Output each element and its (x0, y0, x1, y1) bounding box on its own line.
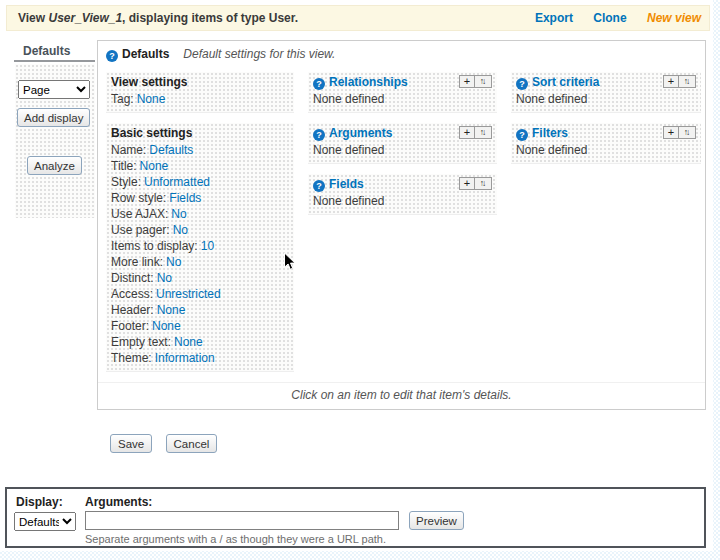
analyze-button[interactable]: Analyze (27, 156, 82, 175)
empty-text: None defined (313, 142, 492, 158)
message-suffix: , displaying items of type User. (122, 11, 298, 25)
view-settings-title: View settings (111, 75, 187, 89)
message-prefix: View (18, 11, 48, 25)
setting-label: Tag: (111, 92, 134, 106)
setting-label: Use pager: (111, 223, 170, 237)
rearrange-icon-button[interactable]: ↑↓ (679, 75, 696, 88)
relationships-box: ?Relationships + ↑↓ None defined (308, 72, 497, 113)
box-title-row: ?Filters + ↑↓ (516, 126, 696, 142)
setting-label: Footer: (111, 319, 149, 333)
view-name: User_View_1 (48, 11, 122, 25)
setting-label: Title: (111, 159, 137, 173)
add-icon-button[interactable]: + (459, 126, 475, 139)
display-label: Display: (16, 495, 63, 509)
setting-value-link[interactable]: None (174, 335, 203, 349)
display-edit-panel: ?DefaultsDefault settings for this view.… (97, 40, 706, 410)
empty-text: None defined (516, 142, 696, 158)
add-display-button[interactable]: Add display (17, 108, 90, 127)
help-icon[interactable]: ? (313, 129, 325, 141)
add-icon-button[interactable]: + (663, 75, 679, 88)
add-icon-button[interactable]: + (459, 177, 475, 190)
setting-value-link[interactable]: None (137, 92, 166, 106)
setting-label: Name: (111, 143, 146, 157)
mini-buttons: + ↑↓ (459, 177, 492, 190)
setting-label: Access: (111, 287, 153, 301)
setting-value-link[interactable]: Fields (169, 191, 201, 205)
setting-value-link[interactable]: Unformatted (144, 175, 210, 189)
rearrange-icon-button[interactable]: ↑↓ (475, 177, 492, 190)
new-view-link[interactable]: New view (647, 11, 701, 25)
add-icon-button[interactable]: + (663, 126, 679, 139)
column-3: ?Sort criteria + ↑↓ None defined ?Filter… (511, 72, 701, 174)
setting-label: Header: (111, 303, 154, 317)
box-title-row: ?Sort criteria + ↑↓ (516, 75, 696, 91)
setting-row: Empty text:None (111, 334, 289, 350)
box-title-row: ?Fields + ↑↓ (313, 177, 492, 193)
fields-title-link[interactable]: Fields (329, 177, 364, 191)
help-icon[interactable]: ? (516, 129, 528, 141)
display-type-select[interactable]: Page (18, 80, 90, 99)
column-2: ?Relationships + ↑↓ None defined ?Argume… (308, 72, 497, 225)
setting-row: Footer:None (111, 318, 289, 334)
cancel-button[interactable]: Cancel (166, 434, 218, 453)
arguments-title-link[interactable]: Arguments (329, 126, 392, 140)
header-links: Export Clone New view (518, 11, 701, 25)
rearrange-icon-button[interactable]: ↑↓ (679, 126, 696, 139)
setting-value-link[interactable]: Defaults (149, 143, 193, 157)
sort-criteria-title-link[interactable]: Sort criteria (532, 75, 599, 89)
setting-row: Row style:Fields (111, 190, 289, 206)
mini-buttons: + ↑↓ (459, 75, 492, 88)
setting-value-link[interactable]: None (140, 159, 169, 173)
arguments-box: ?Arguments + ↑↓ None defined (308, 123, 497, 164)
filters-title-link[interactable]: Filters (532, 126, 568, 140)
box-title-row: ?Arguments + ↑↓ (313, 126, 492, 142)
add-icon-button[interactable]: + (459, 75, 475, 88)
setting-row: More link:No (111, 254, 289, 270)
mini-buttons: + ↑↓ (459, 126, 492, 139)
panel-header: ?DefaultsDefault settings for this view. (106, 47, 335, 62)
setting-row: Items to display:10 (111, 238, 289, 254)
help-icon[interactable]: ? (106, 50, 118, 62)
preview-pane: Display: Defaults Arguments: Preview Sep… (5, 487, 706, 548)
setting-row: Header:None (111, 302, 289, 318)
setting-value-link[interactable]: 10 (201, 239, 214, 253)
preview-button[interactable]: Preview (409, 511, 464, 530)
arguments-input[interactable] (85, 511, 399, 530)
preview-display-select[interactable]: Defaults (14, 512, 76, 531)
rearrange-icon-button[interactable]: ↑↓ (475, 75, 492, 88)
setting-value-link[interactable]: None (152, 319, 181, 333)
help-icon[interactable]: ? (313, 180, 325, 192)
mini-buttons: + ↑↓ (663, 126, 696, 139)
export-link[interactable]: Export (535, 11, 573, 25)
setting-row: Use AJAX:No (111, 206, 289, 222)
setting-row: Tag:None (111, 91, 289, 107)
setting-value-link[interactable]: No (171, 207, 186, 221)
form-actions: Save Cancel (110, 434, 227, 453)
setting-label: Empty text: (111, 335, 171, 349)
setting-value-link[interactable]: No (157, 271, 172, 285)
setting-value-link[interactable]: None (157, 303, 186, 317)
relationships-title-link[interactable]: Relationships (329, 75, 408, 89)
setting-value-link[interactable]: No (166, 255, 181, 269)
setting-row: Access:Unrestricted (111, 286, 289, 302)
arguments-help: Separate arguments with a / as though th… (85, 533, 386, 545)
setting-value-link[interactable]: Information (155, 351, 215, 365)
help-icon[interactable]: ? (313, 78, 325, 90)
empty-text: None defined (313, 91, 492, 107)
rearrange-icon-button[interactable]: ↑↓ (475, 126, 492, 139)
setting-row: Distinct:No (111, 270, 289, 286)
view-message-bar: Export Clone New view View User_View_1, … (6, 5, 710, 31)
view-settings-box: View settings Tag:None (106, 72, 294, 113)
help-icon[interactable]: ? (516, 78, 528, 90)
save-button[interactable]: Save (110, 434, 152, 453)
panel-title: Defaults (122, 47, 169, 61)
box-title-row: View settings (111, 75, 289, 91)
tab-defaults[interactable]: Defaults (14, 41, 95, 62)
basic-settings-box: Basic settings Name:Defaults Title:None … (106, 123, 294, 372)
setting-value-link[interactable]: Unrestricted (156, 287, 221, 301)
clone-link[interactable]: Clone (593, 11, 626, 25)
setting-label: Style: (111, 175, 141, 189)
empty-text: None defined (313, 193, 492, 209)
setting-value-link[interactable]: No (173, 223, 188, 237)
basic-settings-title: Basic settings (111, 126, 192, 140)
